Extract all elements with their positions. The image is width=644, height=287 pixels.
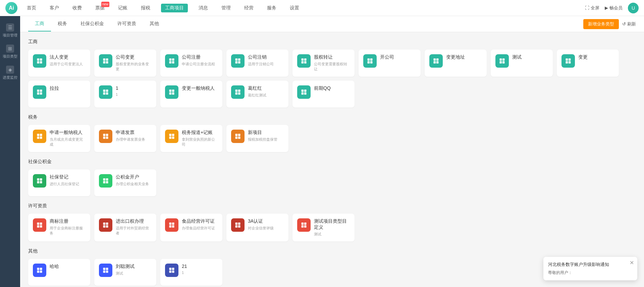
svg-rect-99 bbox=[304, 225, 307, 227]
card-title: 进出口权办理 bbox=[116, 218, 152, 224]
svg-rect-85 bbox=[106, 222, 108, 225]
card-title: 拉拉 bbox=[50, 85, 86, 91]
card-股权转让[interactable]: 股权转让 公司变更需要股权转让 bbox=[292, 50, 355, 77]
card-1[interactable]: 1 1 bbox=[94, 81, 156, 107]
nav-item-报税[interactable]: 报税 bbox=[138, 4, 153, 12]
card-text: 哈哈 bbox=[50, 264, 86, 271]
card-title: 税务报道+记账 bbox=[182, 130, 218, 136]
nav-item-收费[interactable]: 收费 bbox=[70, 4, 85, 12]
card-公司注销[interactable]: 公司注销 适用于注销公司 bbox=[226, 50, 288, 77]
nav-item-经营[interactable]: 经营 bbox=[241, 4, 256, 12]
svg-rect-67 bbox=[172, 137, 174, 139]
card-公积金开户[interactable]: 公积金开户 办理公积金相关业务 bbox=[94, 169, 156, 196]
nav-item-服务[interactable]: 服务 bbox=[264, 4, 279, 12]
nav-item-记账[interactable]: 记账 bbox=[115, 4, 130, 12]
card-前期QQ[interactable]: 前期QQ bbox=[292, 81, 355, 107]
card-sub: 1 bbox=[116, 92, 152, 97]
nav-item-票据[interactable]: 票据new bbox=[93, 4, 107, 12]
card-sub: 对企业信誉评级 bbox=[248, 226, 284, 231]
card-刘聪测试[interactable]: 刘聪测试 测试 bbox=[94, 259, 156, 286]
card-申请一般纳税人[interactable]: 申请一般纳税人 当月或次月成变更完成 bbox=[28, 125, 90, 152]
svg-rect-36 bbox=[37, 89, 40, 92]
card-icon bbox=[297, 85, 311, 99]
card-21[interactable]: 21 1 bbox=[160, 259, 222, 286]
card-开公司[interactable]: 开公司 bbox=[359, 50, 421, 77]
refresh-button[interactable]: ↺ 刷新 bbox=[622, 21, 636, 27]
card-测试项目类型目定义[interactable]: 测试项目类型目定义 测试 bbox=[292, 214, 355, 241]
card-sub: 用于企业商标注册服务 bbox=[50, 226, 86, 236]
sub-tab-社保公积金[interactable]: 社保公积金 bbox=[74, 17, 111, 31]
card-text: 社保登记 进行人员社保登记 bbox=[50, 174, 86, 187]
notification-close[interactable]: ✕ bbox=[630, 260, 634, 266]
svg-rect-100 bbox=[37, 268, 40, 270]
card-变更一般纳税人[interactable]: 变更一般纳税人 bbox=[160, 81, 222, 107]
card-变更[interactable]: 变更 bbox=[557, 50, 619, 77]
svg-rect-15 bbox=[238, 61, 240, 64]
cards-grid-税务: 申请一般纳税人 当月或次月成变更完成 申请发票 办理申请发票业务 bbox=[28, 125, 636, 152]
svg-rect-58 bbox=[37, 137, 40, 139]
svg-rect-92 bbox=[235, 222, 238, 225]
card-食品经营许可证[interactable]: 食品经营许可证 办理食品经营许可证 bbox=[160, 214, 222, 241]
avatar[interactable]: U bbox=[628, 3, 639, 13]
sub-tab-税务[interactable]: 税务 bbox=[51, 17, 74, 31]
card-sub: 进行人员社保登记 bbox=[50, 182, 86, 187]
card-icon bbox=[231, 218, 245, 232]
card-icon-svg bbox=[102, 267, 109, 274]
card-icon bbox=[231, 85, 245, 99]
card-拉拉[interactable]: 拉拉 bbox=[28, 81, 90, 107]
card-icon bbox=[99, 54, 112, 68]
svg-rect-44 bbox=[169, 89, 172, 92]
svg-rect-101 bbox=[40, 268, 42, 270]
section-title-许可资质: 许可资质 bbox=[28, 203, 636, 209]
card-3A认证[interactable]: 3A认证 对企业信誉评级 bbox=[226, 214, 288, 241]
svg-rect-34 bbox=[566, 61, 568, 64]
card-title: 申请一般纳税人 bbox=[50, 130, 86, 136]
card-icon-svg bbox=[433, 58, 439, 64]
svg-rect-42 bbox=[103, 92, 106, 95]
svg-rect-13 bbox=[238, 59, 240, 61]
sub-tab-工商[interactable]: 工商 bbox=[28, 17, 51, 31]
card-社保登记[interactable]: 社保登记 进行人员社保登记 bbox=[28, 169, 90, 196]
nav-item-管理[interactable]: 管理 bbox=[219, 4, 233, 12]
card-title: 1 bbox=[116, 85, 152, 91]
card-葛红红[interactable]: 葛红红 葛红红测试 bbox=[226, 81, 288, 107]
card-测试[interactable]: 测试 bbox=[491, 50, 553, 77]
card-商标注册[interactable]: 商标注册 用于企业商标注册服务 bbox=[28, 214, 90, 241]
svg-rect-89 bbox=[172, 222, 174, 225]
member-btn[interactable]: ▶ 畅会员 bbox=[605, 5, 623, 11]
nav-right: ⛶ 全屏 ▶ 畅会员 U bbox=[585, 3, 639, 13]
nav-item-客户[interactable]: 客户 bbox=[47, 4, 62, 12]
card-新项目[interactable]: 新项目 报税加税控盘保管 bbox=[226, 125, 288, 152]
card-公司变更[interactable]: 公司变更 股权变更外的业务变更 bbox=[94, 50, 156, 77]
card-进出口权办理[interactable]: 进出口权办理 适用于对外贸易经营者 bbox=[94, 214, 156, 241]
card-税务报道+记账[interactable]: 税务报道+记账 拿到营业执照的新公司 bbox=[160, 125, 222, 152]
svg-rect-8 bbox=[169, 59, 172, 61]
svg-rect-90 bbox=[169, 225, 172, 227]
sidebar-item-进度监控[interactable]: ◈ 进度监控 bbox=[0, 62, 20, 83]
nav-item-消息[interactable]: 消息 bbox=[196, 4, 211, 12]
new-type-button[interactable]: 新增业务类型 bbox=[583, 19, 619, 29]
card-法人变更[interactable]: 法人变更 适用于公司变更法人 bbox=[28, 50, 90, 77]
nav-item-首页[interactable]: 首页 bbox=[24, 4, 39, 12]
nav-item-设置[interactable]: 设置 bbox=[287, 4, 302, 12]
nav-item-工商项目[interactable]: 工商项目 bbox=[161, 4, 188, 12]
card-哈哈[interactable]: 哈哈 bbox=[28, 259, 90, 286]
cards-grid-许可资质: 商标注册 用于企业商标注册服务 进出口权办理 适用于对外贸易经营者 bbox=[28, 214, 636, 241]
svg-rect-10 bbox=[169, 61, 172, 64]
card-申请发票[interactable]: 申请发票 办理申请发票业务 bbox=[94, 125, 156, 152]
card-sub: 拿到营业执照的新公司 bbox=[182, 137, 218, 147]
fullscreen-btn[interactable]: ⛶ 全屏 bbox=[585, 5, 599, 11]
sidebar-item-项目类型[interactable]: ⊞ 项目类型 bbox=[0, 41, 20, 62]
card-公司注册[interactable]: 公司注册 申请公司注册全流程 bbox=[160, 50, 222, 77]
card-title: 食品经营许可证 bbox=[182, 218, 218, 224]
card-icon-svg bbox=[301, 89, 307, 95]
sub-tab-其他[interactable]: 其他 bbox=[143, 17, 166, 31]
svg-rect-79 bbox=[106, 181, 108, 183]
card-icon bbox=[33, 218, 46, 232]
card-变更地址[interactable]: 变更地址 bbox=[425, 50, 487, 77]
sub-tab-许可资质[interactable]: 许可资质 bbox=[111, 17, 143, 31]
card-sub: 股权变更外的业务变更 bbox=[116, 62, 152, 72]
svg-rect-46 bbox=[169, 92, 172, 95]
sidebar-item-项目管理[interactable]: ☰ 项目管理 bbox=[0, 20, 20, 41]
card-sub: 办理申请发票业务 bbox=[116, 137, 152, 142]
